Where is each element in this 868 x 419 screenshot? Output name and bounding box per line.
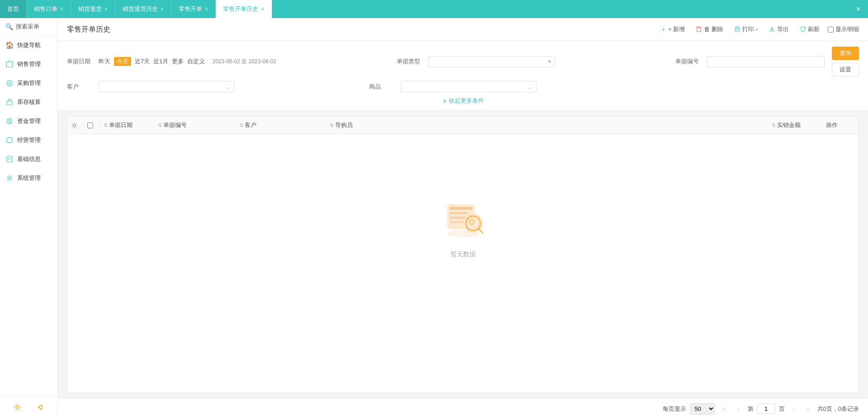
svg-rect-17 xyxy=(450,221,465,223)
sidebar-item-basic-label: 基础信息 xyxy=(17,155,41,163)
filter-area: 单据日期 昨天 今天 近7天 近1月 更多 自定义 2023-06-02 至 2… xyxy=(58,41,868,111)
sidebar-item-system[interactable]: 系统管理 xyxy=(0,169,57,188)
show-detail-checkbox[interactable] xyxy=(828,27,834,33)
customer-dots[interactable]: ... xyxy=(225,83,230,90)
print-button[interactable]: 打印 ▾ xyxy=(731,24,761,35)
number-filter-input[interactable] xyxy=(707,56,825,67)
sidebar-item-management[interactable]: 经营管理 xyxy=(0,131,57,150)
empty-text: 暂无数据 xyxy=(451,250,476,259)
date-opt-7days[interactable]: 近7天 xyxy=(135,57,150,66)
svg-rect-0 xyxy=(6,62,13,67)
home-icon: 🏠 xyxy=(5,41,14,49)
tab-sales-order[interactable]: 销售订单 × xyxy=(27,0,71,18)
page-header: 零售开单历史 ＋ + 新增 🗑 删除 打印 ▾ xyxy=(58,18,868,41)
tab-sales-order-close[interactable]: × xyxy=(60,6,63,12)
settings-gear-btn[interactable] xyxy=(11,401,24,414)
sidebar-item-system-label: 系统管理 xyxy=(17,174,41,182)
add-button[interactable]: ＋ + 新增 xyxy=(658,24,688,35)
tab-retail-order[interactable]: 零售开单 × xyxy=(171,0,216,18)
tab-return-history-close[interactable]: × xyxy=(161,6,164,12)
system-icon xyxy=(5,174,14,182)
svg-rect-10 xyxy=(736,29,739,30)
sidebar-item-purchase-label: 采购管理 xyxy=(17,79,41,87)
next-page-btn[interactable]: › xyxy=(788,404,799,414)
query-button[interactable]: 查询 xyxy=(832,47,859,60)
tab-return[interactable]: 销货退货 × xyxy=(71,0,115,18)
th-number[interactable]: ⇅ 单据编号 xyxy=(154,117,236,134)
tab-retail-order-label: 零售开单 xyxy=(179,5,202,13)
date-opt-yesterday[interactable]: 昨天 xyxy=(99,57,110,66)
sidebar-bottom xyxy=(0,395,57,419)
total-info: 共0页，0条记录 xyxy=(817,405,859,413)
tab-return-history[interactable]: 销货退货历史 × xyxy=(115,0,171,18)
prev-page-btn[interactable]: ‹ xyxy=(733,404,744,414)
svg-point-5 xyxy=(8,177,11,179)
delete-button[interactable]: 🗑 删除 xyxy=(693,24,726,35)
th-customer[interactable]: ⇅ 客户 xyxy=(236,117,326,134)
th-guide[interactable]: ⇅ 导购员 xyxy=(326,117,389,134)
svg-rect-14 xyxy=(450,207,472,210)
management-icon xyxy=(5,136,14,144)
close-window-btn[interactable]: × xyxy=(856,5,861,14)
goods-dots[interactable]: ... xyxy=(527,83,532,90)
first-page-btn[interactable]: « xyxy=(719,404,730,414)
sidebar-item-nav[interactable]: 🏠 快捷导航 xyxy=(0,36,57,55)
type-select-wrap[interactable]: ▾ xyxy=(428,56,555,67)
sidebar-item-basic[interactable]: 基础信息 xyxy=(0,150,57,169)
per-page-select[interactable]: 10 20 50 100 xyxy=(690,403,715,414)
tab-retail-order-close[interactable]: × xyxy=(205,6,208,12)
refresh-button[interactable]: 刷新 xyxy=(797,24,822,35)
sidebar-item-management-label: 经营管理 xyxy=(17,136,41,144)
th-action: 操作 xyxy=(822,117,859,134)
date-opt-today[interactable]: 今天 xyxy=(114,57,131,66)
filter-row-date: 单据日期 昨天 今天 近7天 近1月 更多 自定义 2023-06-02 至 2… xyxy=(67,47,859,76)
finance-icon xyxy=(5,117,14,125)
svg-rect-15 xyxy=(450,212,468,214)
goods-select[interactable] xyxy=(405,83,524,90)
sidebar-item-purchase[interactable]: 采购管理 xyxy=(0,74,57,93)
th-gear[interactable] xyxy=(67,117,84,134)
tab-retail-history-close[interactable]: × xyxy=(261,6,264,12)
select-all-checkbox[interactable] xyxy=(87,122,93,128)
top-bar-right: × xyxy=(849,5,868,14)
sort-amount-icon: ⇅ xyxy=(772,122,776,128)
date-opt-custom[interactable]: 自定义 xyxy=(187,57,205,66)
tab-home[interactable]: 首页 xyxy=(0,0,27,18)
sidebar: 🔍 搜索采单 🏠 快捷导航 销售管理 采购管理 库存核算 xyxy=(0,18,58,419)
last-page-btn[interactable]: » xyxy=(803,404,814,414)
tab-return-label: 销货退货 xyxy=(78,5,102,13)
tab-retail-history[interactable]: 零售开单历史 × xyxy=(216,0,272,18)
sidebar-item-finance[interactable]: 资金管理 xyxy=(0,112,57,131)
th-amount[interactable]: ⇅ 实销金额 xyxy=(768,117,822,134)
collapse-sidebar-btn[interactable] xyxy=(34,401,47,414)
goods-select-wrap[interactable]: ... xyxy=(401,81,536,92)
sidebar-item-sales-label: 销售管理 xyxy=(17,60,41,68)
empty-state: 暂无数据 xyxy=(67,134,859,315)
page-title: 零售开单历史 xyxy=(67,25,110,34)
customer-select[interactable] xyxy=(103,83,222,90)
export-icon xyxy=(769,26,775,33)
setting-button[interactable]: 设置 xyxy=(832,63,859,76)
delete-icon xyxy=(696,26,702,33)
refresh-icon xyxy=(800,26,806,33)
date-opt-1month[interactable]: 近1月 xyxy=(153,57,168,66)
th-date[interactable]: ⇅ 单据日期 xyxy=(100,117,154,134)
sidebar-item-sales[interactable]: 销售管理 xyxy=(0,55,57,74)
show-detail-checkbox-label[interactable]: 显示明细 xyxy=(828,25,859,33)
collapse-bar[interactable]: ∧ 收起更多条件 xyxy=(67,97,859,105)
page-input[interactable] xyxy=(757,404,775,414)
svg-point-6 xyxy=(16,406,19,409)
sidebar-search-label: 搜索采单 xyxy=(16,23,39,31)
tab-return-close[interactable]: × xyxy=(104,6,108,12)
purchase-icon xyxy=(5,79,14,87)
main-layout: 🔍 搜索采单 🏠 快捷导航 销售管理 采购管理 库存核算 xyxy=(0,18,868,419)
tab-return-history-label: 销货退货历史 xyxy=(123,5,158,13)
type-select[interactable] xyxy=(432,58,551,65)
sidebar-item-inventory[interactable]: 库存核算 xyxy=(0,93,57,112)
export-button[interactable]: 导出 xyxy=(766,24,792,35)
customer-select-wrap[interactable]: ... xyxy=(99,81,234,92)
th-checkbox[interactable] xyxy=(84,117,100,134)
sidebar-search[interactable]: 🔍 搜索采单 xyxy=(0,18,57,36)
date-opt-more[interactable]: 更多 xyxy=(172,57,184,66)
page-label: 第 xyxy=(748,405,754,413)
